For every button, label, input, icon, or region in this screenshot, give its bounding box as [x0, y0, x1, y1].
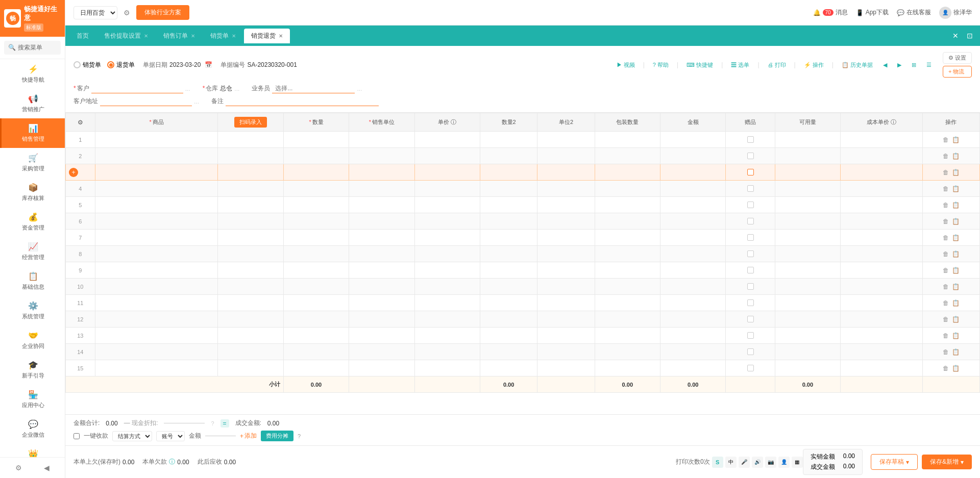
sidebar-search-button[interactable]: 🔍 搜索菜单	[4, 41, 61, 55]
pack-qty-cell[interactable]	[595, 132, 660, 148]
gift-checkbox[interactable]	[747, 267, 754, 273]
tab-price-settings-close[interactable]: ✕	[144, 33, 148, 39]
print-btn[interactable]: 🖨 打印	[765, 60, 789, 70]
unit2-cell[interactable]	[537, 148, 595, 164]
delete-row-button[interactable]: 🗑	[942, 315, 949, 323]
qty2-cell[interactable]	[480, 164, 537, 181]
salesperson-input[interactable]	[272, 84, 355, 93]
tab-sales-return-close[interactable]: ✕	[279, 33, 283, 39]
amount-cell[interactable]	[660, 132, 726, 148]
notification-item[interactable]: 🔔 70 消息	[813, 8, 848, 17]
account-select[interactable]: 账号	[156, 431, 185, 441]
tool-person-icon[interactable]: 👤	[778, 457, 790, 468]
gift-checkbox[interactable]	[747, 365, 754, 371]
customer-dots[interactable]: ...	[185, 85, 190, 92]
delete-row-button[interactable]: 🗑	[942, 201, 949, 209]
topbar-settings-button[interactable]: ⚙	[121, 7, 132, 19]
sidebar-item-inventory[interactable]: 📦 库存核算	[0, 178, 65, 207]
sidebar-settings-button[interactable]: ⚙	[13, 462, 24, 474]
delete-row-button[interactable]: 🗑	[942, 266, 949, 274]
delete-row-button[interactable]: 🗑	[942, 364, 949, 372]
qty-cell[interactable]	[283, 164, 349, 181]
category-select[interactable]: 日用百货	[74, 6, 117, 19]
qty-cell[interactable]	[283, 132, 349, 148]
settings-icon[interactable]: ⚙	[78, 119, 83, 126]
discount-input[interactable]	[164, 423, 205, 423]
goods-input-cell[interactable]	[95, 164, 218, 181]
settings-button[interactable]: ⚙ 设置	[943, 52, 972, 64]
save-draft-button[interactable]: 保存草稿 ▾	[871, 454, 918, 470]
delete-row-button[interactable]: 🗑	[942, 168, 949, 177]
tab-price-settings[interactable]: 售价提取设置 ✕	[97, 29, 155, 43]
sidebar-item-purchase[interactable]: 🛒 采购管理	[0, 148, 65, 178]
copy-row-button[interactable]: 📋	[951, 152, 960, 160]
radio-return-bill[interactable]: 退货单	[107, 61, 135, 69]
sidebar-item-shortcut[interactable]: ⚡ 快捷导航	[0, 59, 65, 89]
sidebar-item-marketing[interactable]: 📢 营销推广	[0, 89, 65, 118]
user-item[interactable]: 👤 徐泽华	[939, 7, 972, 19]
delete-row-button[interactable]: 🗑	[942, 217, 949, 225]
address-input[interactable]	[100, 96, 192, 106]
address-dots[interactable]: ...	[194, 98, 199, 105]
delete-row-button[interactable]: 🗑	[942, 299, 949, 307]
goods-input[interactable]	[99, 169, 215, 175]
add-row-button[interactable]: +	[69, 168, 78, 177]
delete-row-button[interactable]: 🗑	[942, 283, 949, 291]
amount-cell[interactable]	[660, 164, 726, 181]
sidebar-item-sales[interactable]: 📊 销售管理	[0, 118, 65, 148]
video-btn[interactable]: ▶ 视频	[614, 60, 638, 70]
gift-checkbox[interactable]	[747, 185, 754, 192]
sidebar-item-basic[interactable]: 📋 基础信息	[0, 266, 65, 296]
qty2-cell[interactable]	[480, 132, 537, 148]
gift-checkbox[interactable]	[747, 202, 754, 208]
copy-row-button[interactable]: 📋	[951, 217, 960, 225]
tool-zh-icon[interactable]: 中	[725, 457, 737, 468]
fee-split-button[interactable]: 费用分摊	[261, 431, 293, 441]
grid-view-btn[interactable]: ⊞	[909, 61, 919, 69]
gift-checkbox[interactable]	[747, 234, 754, 241]
amount-input[interactable]	[205, 436, 236, 436]
trial-button[interactable]: 体验行业方案	[136, 5, 189, 20]
fee-split-help-icon[interactable]: ?	[298, 433, 301, 439]
online-service-item[interactable]: 💬 在线客服	[897, 8, 931, 17]
qty2-cell[interactable]	[480, 148, 537, 164]
tool-barcode-icon[interactable]: ▦	[792, 457, 803, 468]
gift-checkbox[interactable]	[747, 169, 754, 175]
unit-price-cell[interactable]	[414, 164, 480, 181]
copy-row-button[interactable]: 📋	[951, 185, 960, 193]
copy-row-button[interactable]: 📋	[951, 348, 960, 356]
sales-unit-cell[interactable]	[349, 132, 414, 148]
gift-checkbox[interactable]	[747, 299, 754, 306]
copy-row-button[interactable]: 📋	[951, 201, 960, 209]
tool-scan-icon[interactable]: 📷	[765, 457, 776, 468]
sidebar-item-finance[interactable]: 💰 资金管理	[0, 207, 65, 237]
sidebar-item-appstore[interactable]: 🏪 应用中心	[0, 385, 65, 414]
gift-checkbox[interactable]	[747, 250, 754, 257]
copy-row-button[interactable]: 📋	[951, 299, 960, 307]
pack-qty-cell[interactable]	[595, 164, 660, 181]
radio-sales-bill[interactable]: 销货单	[74, 61, 101, 69]
prev-btn[interactable]: ◀	[880, 61, 890, 69]
tool-voice-icon[interactable]: 🔊	[752, 457, 763, 468]
help-icon[interactable]: ?	[211, 420, 214, 426]
tab-sales-bill-close[interactable]: ✕	[232, 33, 236, 39]
one-click-payment-checkbox[interactable]	[74, 433, 80, 439]
goods-cell[interactable]	[95, 148, 218, 164]
delete-row-button[interactable]: 🗑	[942, 332, 949, 340]
tab-sales-bill[interactable]: 销货单 ✕	[203, 29, 243, 43]
tab-expand-button[interactable]: ⊡	[964, 31, 976, 41]
gift-checkbox[interactable]	[747, 283, 754, 290]
pack-qty-cell[interactable]	[595, 148, 660, 164]
settlement-select[interactable]: 结算方式	[112, 431, 152, 441]
copy-row-button[interactable]: 📋	[951, 332, 960, 340]
delete-row-button[interactable]: 🗑	[942, 136, 949, 144]
copy-row-button[interactable]: 📋	[951, 315, 960, 323]
gift-checkbox[interactable]	[747, 332, 754, 339]
tab-sales-order-close[interactable]: ✕	[191, 33, 195, 39]
sidebar-collapse-button[interactable]: ◀	[42, 462, 52, 474]
app-download-item[interactable]: 📱 App下载	[856, 8, 889, 17]
list-view-btn[interactable]: ☰	[923, 61, 935, 69]
save-new-button[interactable]: 保存&新增 ▾	[922, 455, 972, 469]
sidebar-item-member[interactable]: 👑 畅会员	[0, 444, 65, 457]
unit2-cell[interactable]	[537, 132, 595, 148]
